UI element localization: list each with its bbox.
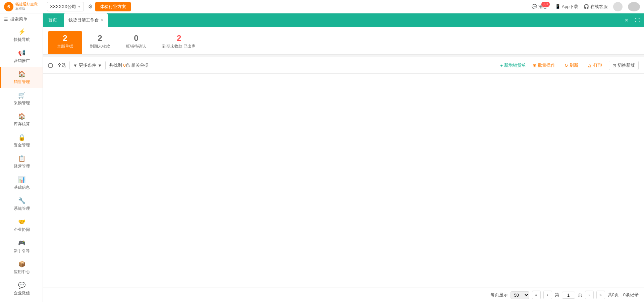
marketing-icon: 📢 (18, 49, 25, 57)
sidebar-item-label: 采购管理 (14, 100, 30, 106)
sidebar-item-label: 资金管理 (14, 142, 30, 148)
sidebar-item-finance[interactable]: 🔒 资金管理 (0, 130, 43, 152)
sidebar-item-label: 系统管理 (14, 206, 30, 212)
page-suffix: 页 (578, 292, 582, 298)
print-icon: 🖨 (588, 63, 592, 68)
search-menu-button[interactable]: ☰ 搜索菜单 (0, 13, 43, 25)
stat-label-overdue: 到期未收款 (90, 44, 110, 49)
tab-close-button[interactable]: ✕ (623, 16, 631, 24)
toolbar: 全选 ▼ 更多条件 ▼ 共找到 0条 相关单据 + 新增销货单 ⊞ (43, 57, 644, 74)
search-menu-label: 搜索菜单 (10, 16, 28, 22)
settings-icon[interactable]: ⚙ (88, 3, 93, 10)
online-service-button[interactable]: 🎧 在线客服 (584, 4, 608, 10)
sidebar-item-wechat[interactable]: 💬 企业微信 (0, 278, 43, 299)
app-center-icon: 📦 (18, 260, 25, 268)
add-sales-order-button[interactable]: + 新增销货单 (500, 62, 526, 68)
logo-text-group: 畅捷通好生意 标准版 (15, 2, 38, 11)
finance-icon: 🔒 (18, 134, 25, 141)
sidebar-item-app-center[interactable]: 📦 应用中心 (0, 257, 43, 278)
sidebar-item-label: 基础信息 (14, 185, 30, 190)
switch-version-button[interactable]: ⊡ 切换新版 (609, 61, 639, 70)
sidebar-item-purchase[interactable]: 🛒 采购管理 (0, 88, 43, 109)
sidebar-item-system[interactable]: 🔧 系统管理 (0, 194, 43, 215)
add-label: 新增销货单 (504, 62, 526, 68)
message-button[interactable]: 💬 消息 99+ (532, 4, 547, 10)
sidebar-item-inventory[interactable]: 🏠 库存核算 (0, 109, 43, 130)
page-number-input[interactable] (562, 292, 575, 299)
sidebar-item-label: 应用中心 (14, 269, 30, 275)
tab-maximize-button[interactable]: ⛶ (633, 16, 641, 24)
sidebar-item-marketing[interactable]: 📢 营销推广 (0, 46, 43, 67)
stat-count-outstock: 2 (177, 34, 181, 43)
stat-tab-overdue[interactable]: 2 到期未收款 (82, 31, 118, 54)
company-name: XXXXXX公司 (50, 4, 76, 10)
sidebar-item-label: 销售管理 (14, 79, 30, 85)
first-page-button[interactable]: « (532, 291, 541, 299)
stat-count-pending: 0 (134, 34, 138, 43)
logo-sub: 标准版 (15, 6, 38, 11)
system-icon: 🔧 (18, 197, 25, 204)
cooperation-icon: 🤝 (18, 218, 25, 226)
industry-plan-button[interactable]: 体验行业方案 (95, 2, 131, 11)
operations-icon: 📋 (18, 155, 25, 162)
sidebar-item-guide[interactable]: 🎮 新手引导 (0, 236, 43, 257)
sidebar-item-basic-info[interactable]: 📊 基础信息 (0, 173, 43, 194)
select-all-checkbox[interactable] (48, 63, 53, 68)
page-content: 2 全部单据 2 到期未收款 0 旺铺待确认 2 到期未收款 已出库 (43, 27, 644, 302)
avatar2[interactable] (628, 2, 640, 11)
sidebar-item-label: 经营管理 (14, 164, 30, 169)
tab-bar-controls: ✕ ⛶ (623, 16, 644, 24)
stats-tabs: 2 全部单据 2 到期未收款 0 旺铺待确认 2 到期未收款 已出库 (43, 27, 644, 55)
message-icon: 💬 (532, 4, 537, 9)
next-page-button[interactable]: › (585, 291, 594, 299)
stat-tab-pending[interactable]: 0 旺铺待确认 (118, 31, 154, 54)
stat-tab-all[interactable]: 2 全部单据 (48, 31, 82, 54)
prev-page-button[interactable]: ‹ (543, 291, 552, 299)
toolbar-right: + 新增销货单 ⊞ 批量操作 ↻ 刷新 🖨 打印 (500, 61, 639, 70)
online-service-label: 在线客服 (590, 4, 608, 10)
purchase-icon: 🛒 (18, 92, 25, 99)
refresh-label: 刷新 (570, 62, 578, 68)
header-actions: ⚙ 体验行业方案 (88, 2, 131, 11)
batch-icon: ⊞ (533, 63, 536, 68)
sidebar-item-label: 企业微信 (14, 290, 30, 296)
sidebar-item-sales[interactable]: 🏠 销售管理 (0, 67, 43, 88)
sidebar-item-operations[interactable]: 📋 经营管理 (0, 152, 43, 173)
sidebar-item-label: 快捷导航 (14, 37, 30, 43)
search-menu-icon: ☰ (4, 17, 8, 22)
per-page-label: 每页显示 (490, 292, 508, 298)
sidebar: ☰ 搜索菜单 ⚡ 快捷导航 📢 营销推广 🏠 销售管理 🛒 采购管理 🏠 库存核… (0, 13, 43, 302)
batch-operation-button[interactable]: ⊞ 批量操作 (530, 61, 558, 70)
tab-home[interactable]: 首页 (43, 13, 62, 27)
batch-label: 批量操作 (538, 62, 555, 68)
sidebar-item-quick-nav[interactable]: ⚡ 快捷导航 (0, 25, 43, 46)
tab-label: 钱货日清工作台 (68, 17, 99, 23)
sidebar-item-cooperation[interactable]: 🤝 企业协同 (0, 215, 43, 236)
company-dropdown-icon: ▼ (77, 5, 81, 8)
company-selector[interactable]: XXXXXX公司 ▼ (47, 2, 84, 11)
pagination: 每页显示 50 20 100 « ‹ 第 页 › » 共0页，0条记录 (43, 288, 644, 302)
add-icon: + (500, 63, 503, 68)
refresh-button[interactable]: ↻ 刷新 (562, 61, 581, 70)
top-header: 6 畅捷通好生意 标准版 XXXXXX公司 ▼ ⚙ 体验行业方案 💬 消息 99… (0, 0, 644, 13)
tab-close-icon[interactable]: × (101, 18, 103, 22)
sales-icon: 🏠 (18, 70, 25, 78)
last-page-button[interactable]: » (596, 291, 605, 299)
filter-button[interactable]: ▼ 更多条件 ▼ (69, 61, 106, 70)
per-page-select[interactable]: 50 20 100 (511, 291, 529, 299)
stat-label-all: 全部单据 (57, 44, 73, 49)
print-label: 打印 (593, 62, 602, 68)
logo-text: 畅捷通好生意 (15, 2, 38, 6)
message-badge: 99+ (541, 2, 550, 7)
filter-chevron-icon: ▼ (98, 63, 102, 68)
filter-icon: ▼ (73, 63, 77, 68)
inventory-icon: 🏠 (18, 113, 25, 120)
total-records-label: 共0页，0条记录 (608, 292, 639, 298)
avatar[interactable] (613, 2, 623, 11)
tab-active[interactable]: 钱货日清工作台 × (64, 13, 108, 27)
app-download-button[interactable]: 📱 App下载 (555, 4, 578, 10)
sidebar-item-member[interactable]: ▽ 畅会员 (0, 299, 43, 302)
quick-nav-icon: ⚡ (18, 28, 25, 36)
stat-tab-outstock[interactable]: 2 到期未收款 已出库 (154, 31, 204, 54)
print-button[interactable]: 🖨 打印 (585, 61, 605, 70)
